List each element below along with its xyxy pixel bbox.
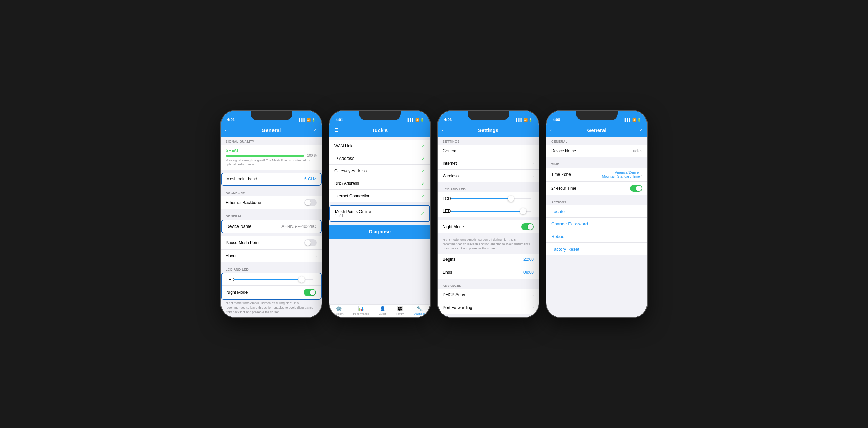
check-button-1[interactable]: ✓	[313, 127, 318, 133]
about-row[interactable]: About ›	[221, 250, 322, 262]
dhcp-row[interactable]: DHCP Server ›	[438, 289, 539, 301]
section-actions-4: ACTIONS	[546, 198, 647, 205]
family-tab-label: Family	[396, 312, 404, 315]
timezone-value-container: America/DenverMountain Standard Time ›	[602, 171, 642, 178]
internet-conn-row[interactable]: Internet Connection ✓	[329, 190, 430, 202]
night-mode-row-3[interactable]: Night Mode	[438, 220, 539, 233]
family-tab-icon: 👨‍👩‍👧	[397, 306, 403, 311]
lcd-led-highlight: LED Night Mode	[221, 273, 322, 300]
locate-row[interactable]: Locate	[546, 205, 647, 218]
factory-reset-label: Factory Reset	[551, 247, 579, 252]
mesh-band-row[interactable]: Mesh point band 5 GHz	[222, 173, 321, 185]
device-name-row[interactable]: Device Name AFi-INS-P-40228C	[222, 220, 321, 233]
phone-3: 4:06 ▌▌▌ 📶 🔋 ‹ Settings SETTINGS General…	[437, 110, 539, 318]
night-mode-desc-1: Night mode turns AmpliFi screen off duri…	[221, 300, 322, 317]
battery-icon-2: 🔋	[420, 118, 424, 122]
ends-value: 08:00	[523, 270, 534, 275]
lcd-slider-thumb-3[interactable]	[508, 196, 514, 202]
mesh-band-label: Mesh point band	[226, 177, 257, 181]
gateway-check-icon: ✓	[421, 168, 425, 174]
device-name-value: AFi-INS-P-40228C	[281, 224, 316, 229]
begins-row[interactable]: Begins 22:00	[438, 254, 539, 266]
section-backbone: BACKBONE	[221, 188, 322, 196]
timezone-row-4[interactable]: Time Zone America/DenverMountain Standar…	[546, 168, 647, 182]
night-desc-3: Night mode turns AmpliFi screen off duri…	[438, 236, 539, 254]
ethernet-backbone-toggle[interactable]	[304, 199, 317, 206]
internet-row[interactable]: Internet ›	[438, 157, 539, 170]
led-slider-1[interactable]	[234, 279, 316, 280]
back-button-3[interactable]: ‹	[442, 128, 443, 133]
wireless-chevron-icon: ›	[533, 174, 534, 178]
led-slider-3[interactable]	[451, 211, 534, 212]
signal-label: GREAT	[226, 148, 317, 152]
section-advanced: ADVANCED	[438, 281, 539, 289]
wireless-row[interactable]: Wireless ›	[438, 170, 539, 182]
ends-row[interactable]: Ends 08:00	[438, 266, 539, 279]
signal-bar	[226, 155, 304, 157]
settings-group: General › Internet › Wireless ›	[438, 145, 539, 182]
device-name-row-4[interactable]: Device Name Tuck's	[546, 145, 647, 157]
back-button-1[interactable]: ‹	[225, 128, 226, 133]
led-row-3[interactable]: LED	[438, 205, 539, 217]
pause-mesh-toggle[interactable]	[304, 239, 317, 246]
nav-title-2: Tuck's	[372, 127, 388, 133]
reboot-row[interactable]: Reboot	[546, 230, 647, 243]
lcd-slider-3[interactable]	[451, 198, 534, 199]
led-slider-thumb-1[interactable]	[298, 276, 305, 283]
tab-diagnose[interactable]: 🔧 Diagnose	[414, 306, 425, 315]
lcd-slider-fill-3	[451, 198, 511, 199]
back-button-4[interactable]: ‹	[550, 128, 552, 133]
menu-button-2[interactable]: ☰	[334, 127, 339, 133]
gateway-row[interactable]: Gateway Address ✓	[329, 165, 430, 177]
wan-group: WAN Link ✓ IP Address ✓ Gateway Address …	[329, 140, 430, 202]
led-slider-thumb-3[interactable]	[520, 208, 526, 214]
night-mode-group-3: Night Mode	[438, 220, 539, 233]
signal-bar-container: 100 %	[226, 154, 317, 157]
check-button-4[interactable]: ✓	[639, 127, 643, 133]
general-settings-row[interactable]: General ›	[438, 145, 539, 157]
mesh-points-row[interactable]: Mesh Points Online 1 of 1 ✓	[330, 206, 429, 221]
lcd-row-3[interactable]: LCD	[438, 192, 539, 205]
signal-bar-fill	[226, 155, 304, 157]
night-mode-row-1[interactable]: Night Mode	[222, 286, 321, 299]
port-forwarding-row[interactable]: Port Forwarding ›	[438, 301, 539, 314]
night-mode-toggle-3[interactable]	[521, 223, 534, 230]
dns-label: DNS Address	[334, 181, 359, 186]
signal-percent: 100 %	[307, 154, 317, 157]
tab-system[interactable]: ⚙️ System	[334, 306, 344, 315]
tab-performance[interactable]: 📊 Performance	[353, 306, 369, 315]
ethernet-backbone-row[interactable]: Ethernet Backbone	[221, 196, 322, 209]
ip-address-check-icon: ✓	[421, 156, 425, 161]
port-forwarding-label: Port Forwarding	[443, 305, 472, 310]
timezone-value-4: America/DenverMountain Standard Time	[602, 171, 640, 178]
dns-row[interactable]: DNS Address ✓	[329, 177, 430, 190]
performance-tab-label: Performance	[353, 312, 369, 315]
system-tab-label: System	[334, 312, 344, 315]
section-general-1: GENERAL	[221, 212, 322, 220]
general-extra-group: Pause Mesh Point About ›	[221, 236, 322, 262]
mesh-points-highlight: Mesh Points Online 1 of 1 ✓	[329, 205, 430, 222]
diagnose-button[interactable]: Diagnose	[329, 225, 430, 239]
screen-content-1: SIGNAL QUALITY GREAT 100 % Your signal s…	[221, 137, 322, 317]
24hour-row-4[interactable]: 24-Hour Time	[546, 182, 647, 195]
reboot-label: Reboot	[551, 234, 566, 239]
tab-bar-2: ⚙️ System 📊 Performance 👤 Guest 👨‍👩‍👧 Fa…	[329, 304, 430, 317]
status-icons-3: ▌▌▌ 📶 🔋	[516, 118, 532, 122]
ip-address-row[interactable]: IP Address ✓	[329, 152, 430, 165]
tab-family[interactable]: 👨‍👩‍👧 Family	[396, 306, 404, 315]
factory-reset-row[interactable]: Factory Reset	[546, 243, 647, 255]
24hour-toggle-4[interactable]	[630, 185, 642, 192]
night-mode-toggle-1[interactable]	[304, 289, 316, 296]
system-tab-icon: ⚙️	[336, 306, 342, 311]
signal-quality-section: GREAT 100 % Your signal strength is grea…	[221, 145, 322, 170]
led-row-1[interactable]: LED	[222, 273, 321, 286]
begins-value: 22:00	[523, 257, 534, 262]
wan-link-row[interactable]: WAN Link ✓	[329, 140, 430, 152]
change-password-row[interactable]: Change Password	[546, 218, 647, 230]
diagnose-tab-icon: 🔧	[417, 306, 423, 311]
pause-mesh-row[interactable]: Pause Mesh Point	[221, 236, 322, 250]
wan-link-check-icon: ✓	[421, 143, 425, 149]
section-lcd-led-1: LCD AND LED	[221, 265, 322, 273]
tab-guest[interactable]: 👤 Guest	[379, 306, 386, 315]
time-group-4: Time Zone America/DenverMountain Standar…	[546, 168, 647, 195]
